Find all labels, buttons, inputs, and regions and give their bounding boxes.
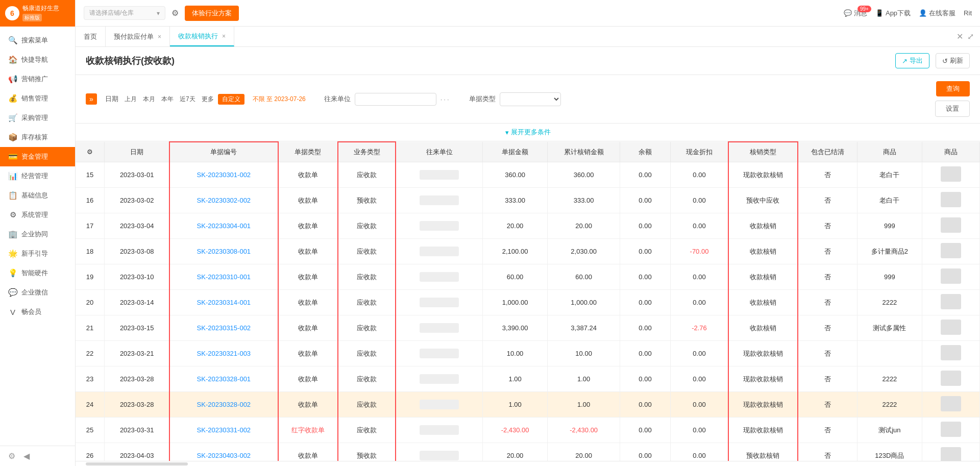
sidebar-item-guide[interactable]: 🌟 新手引导 [0, 244, 75, 263]
cell-cash-discount: 0.00 [671, 290, 728, 315]
brand-selector[interactable]: 请选择店铺/仓库 ▾ [84, 6, 165, 20]
sidebar-item-purchase[interactable]: 🛒 采购管理 [0, 108, 75, 128]
sidebar-item-sales[interactable]: 💰 销售管理 [0, 89, 75, 108]
filter-bill-type-label: 单据类型 [469, 94, 496, 104]
bill-no-link[interactable]: SK-20230403-002 [197, 452, 251, 459]
cell-cash-discount: 0.00 [671, 213, 728, 239]
bill-no-link[interactable]: SK-20230328-001 [197, 375, 251, 383]
tab-prepay[interactable]: 预付款应付单 × [106, 27, 170, 46]
cell-writeoff-type: 现款收款核销 [728, 418, 798, 443]
refresh-icon: ↺ [942, 57, 948, 65]
filter-expand-bar: ▾ 展开更多条件 [76, 124, 980, 141]
filter-bill-type-select[interactable] [500, 92, 561, 106]
horizontal-scrollbar[interactable] [76, 461, 980, 466]
bill-no-link[interactable]: SK-20230321-003 [197, 350, 251, 357]
cell-no: 20 [76, 290, 105, 315]
cell-bill-no: SK-20230321-003 [169, 341, 278, 366]
filter-more[interactable]: 更多 [200, 94, 216, 105]
sidebar-item-member[interactable]: V 畅会员 [0, 302, 75, 322]
cell-balance: 0.00 [620, 264, 670, 290]
sidebar-label-sales: 销售管理 [21, 94, 48, 103]
logo-icon: 6 [5, 6, 19, 20]
filter-last-month[interactable]: 上月 [122, 94, 139, 105]
data-table: ⚙ 日期 单据编号 单据类型 业务类型 往来单位 单据金额 累计核销金额 余额 … [76, 141, 980, 461]
th-include-settled: 包含已结清 [798, 142, 857, 162]
cell-bill-amount: 60.00 [482, 264, 547, 290]
export-button[interactable]: ↗ 导出 [895, 53, 929, 68]
bill-no-link[interactable]: SK-20230304-001 [197, 222, 251, 230]
solution-button[interactable]: 体验行业方案 [185, 6, 239, 21]
sidebar-item-search[interactable]: 🔍 搜索菜单 [0, 31, 75, 50]
cell-bill-type: 收款单 [278, 392, 338, 418]
th-writeoff-type: 核销类型 [728, 142, 798, 162]
bill-no-link[interactable]: SK-20230310-001 [197, 273, 251, 281]
bill-no-link[interactable]: SK-20230315-002 [197, 324, 251, 332]
tab-prepay-close-icon[interactable]: × [158, 33, 161, 40]
column-settings-icon[interactable]: ⚙ [87, 148, 93, 156]
filter-dots: ··· [440, 95, 451, 103]
cell-no: 26 [76, 443, 105, 461]
cell-cash-discount: 0.00 [671, 188, 728, 213]
refresh-button[interactable]: ↺ 刷新 [936, 53, 970, 68]
sidebar-item-inventory[interactable]: 📦 库存核算 [0, 128, 75, 147]
th-biz-type: 业务类型 [338, 142, 396, 162]
query-button[interactable]: 查询 [936, 81, 970, 96]
cell-total-writeoff: -2,430.00 [548, 418, 620, 443]
bill-no-link[interactable]: SK-20230302-002 [197, 197, 251, 204]
tab-collection[interactable]: 收款核销执行 × [170, 27, 234, 46]
collapse-icon[interactable]: ◀ [23, 451, 30, 461]
filter-partner-input[interactable] [355, 93, 436, 106]
marketing-icon: 📢 [8, 75, 17, 84]
bill-no-link[interactable]: SK-20230314-001 [197, 299, 251, 306]
cell-include-settled: 否 [798, 290, 857, 315]
tab-collection-close-icon[interactable]: × [222, 33, 226, 40]
cell-writeoff-type: 收款核销 [728, 239, 798, 264]
sidebar-label-system: 系统管理 [21, 210, 48, 219]
user-name[interactable]: Rit [964, 9, 972, 17]
tab-home[interactable]: 首页 [76, 27, 106, 46]
filter-this-month[interactable]: 本月 [141, 94, 157, 105]
sidebar-item-system[interactable]: ⚙ 系统管理 [0, 205, 75, 225]
filter-collapse-button[interactable]: » [86, 93, 97, 105]
bill-no-link[interactable]: SK-20230331-002 [197, 426, 251, 434]
filter-custom-button[interactable]: 自定义 [218, 94, 244, 105]
page-header: 收款核销执行(按收款) ↗ 导出 ↺ 刷新 [76, 47, 980, 75]
cell-goods: 999 [857, 213, 922, 239]
cell-bill-amount: 3,390.00 [482, 315, 547, 341]
settings-bottom-icon[interactable]: ⚙ [8, 451, 15, 461]
sidebar-item-hardware[interactable]: 💡 智能硬件 [0, 263, 75, 283]
scrollbar-thumb[interactable] [86, 462, 188, 465]
topbar-gear-icon[interactable]: ⚙ [172, 8, 179, 18]
sidebar-item-basic[interactable]: 📋 基础信息 [0, 186, 75, 205]
filter-expand-label: 展开更多条件 [511, 128, 551, 137]
sidebar-label-quick-nav: 快捷导航 [21, 55, 48, 64]
tab-expand-icon[interactable]: ⤢ [967, 32, 974, 41]
sidebar-item-finance[interactable]: 💳 资金管理 [0, 147, 75, 166]
online-service-button[interactable]: 👤 在线客服 [919, 9, 955, 18]
app-download-button[interactable]: 📱 App下载 [875, 9, 911, 18]
cell-partner: ████ [396, 366, 482, 392]
bill-no-link[interactable]: SK-20230328-002 [197, 401, 251, 408]
cell-cash-discount: 0.00 [671, 264, 728, 290]
th-settings[interactable]: ⚙ [76, 142, 105, 162]
sidebar-item-marketing[interactable]: 📢 营销推广 [0, 69, 75, 89]
filter-expand-button[interactable]: ▾ 展开更多条件 [76, 126, 980, 139]
cell-goods2 [922, 264, 979, 290]
bill-no-link[interactable]: SK-20230301-002 [197, 171, 251, 179]
tab-close-all-icon[interactable]: ✕ [957, 32, 963, 41]
filter-7days[interactable]: 近7天 [178, 94, 198, 105]
sidebar-label-guide: 新手引导 [21, 249, 48, 258]
cell-balance: 0.00 [620, 392, 670, 418]
bill-no-link[interactable]: SK-20230308-001 [197, 248, 251, 255]
sidebar-item-wechat[interactable]: 💬 企业微信 [0, 283, 75, 302]
filter-this-year[interactable]: 本年 [159, 94, 176, 105]
cell-goods: 多计量商品2 [857, 239, 922, 264]
sidebar-item-quick-nav[interactable]: 🏠 快捷导航 [0, 50, 75, 69]
sidebar-item-operation[interactable]: 📊 经营管理 [0, 166, 75, 186]
filter-settings-button[interactable]: 设置 [935, 101, 970, 117]
cell-balance: 0.00 [620, 239, 670, 264]
sidebar-item-enterprise[interactable]: 🏢 企业协同 [0, 225, 75, 244]
cell-partner: ████ [396, 213, 482, 239]
message-button[interactable]: 💬 消息 99+ [844, 9, 867, 18]
filter-partner-group: 往来单位 ··· [324, 93, 451, 106]
